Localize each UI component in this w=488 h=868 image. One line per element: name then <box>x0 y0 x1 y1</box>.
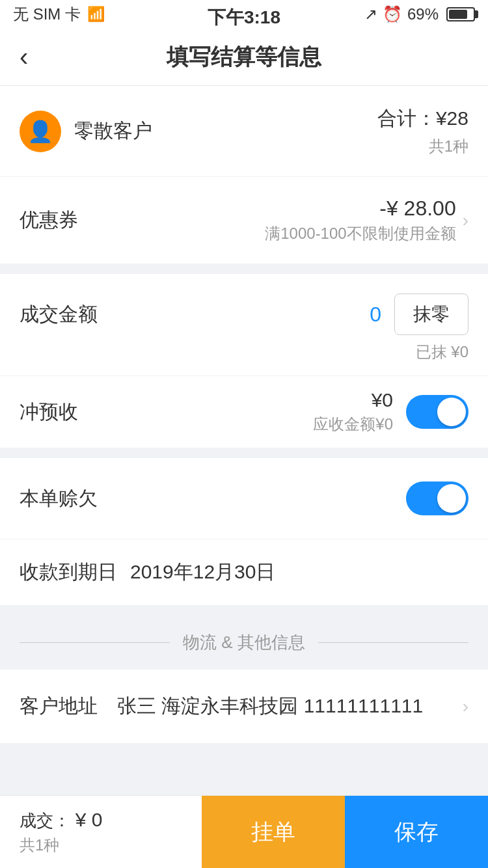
prereceive-amounts: ¥0 应收金额¥0 <box>313 389 393 435</box>
battery-icon <box>446 7 475 21</box>
divider-2 <box>0 448 488 458</box>
customer-right: 合计：¥28 共1种 <box>377 105 468 157</box>
status-bar: 无 SIM 卡 📶 下午3:18 ↗ ⏰ 69% <box>0 0 488 29</box>
prereceive-sub-label: 应收金额¥0 <box>313 414 393 435</box>
deal-amount-value: 0 <box>370 303 381 327</box>
address-value: 张三 海淀永丰科技园 11111111111 <box>117 693 463 720</box>
total-count: 共1种 <box>377 136 468 157</box>
duedate-label: 收款到期日 <box>20 559 117 586</box>
save-button[interactable]: 保存 <box>345 796 488 869</box>
status-left: 无 SIM 卡 📶 <box>13 4 105 25</box>
customer-row: 👤 零散客户 合计：¥28 共1种 <box>0 86 488 176</box>
customer-section: 👤 零散客户 合计：¥28 共1种 优惠券 -¥ 28.00 满1000-100… <box>0 86 488 264</box>
debt-section: 本单赊欠 收款到期日 2019年12月30日 <box>0 458 488 605</box>
deal-amount-label: 成交金额 <box>20 301 98 328</box>
hang-button[interactable]: 挂单 <box>202 796 345 869</box>
nav-bar: ‹ 填写结算等信息 <box>0 29 488 86</box>
wifi-icon: 📶 <box>87 6 105 23</box>
bottom-bar: 成交： ¥ 0 共1种 挂单 保存 <box>0 795 488 868</box>
round-button[interactable]: 抹零 <box>394 293 468 335</box>
duedate-row[interactable]: 收款到期日 2019年12月30日 <box>0 539 488 605</box>
customer-left: 👤 零散客户 <box>20 111 152 152</box>
page-title: 填写结算等信息 <box>167 42 321 72</box>
debt-toggle[interactable] <box>406 481 468 515</box>
deal-sub-label: 已抹 ¥0 <box>0 342 488 375</box>
logistics-line-left <box>20 642 170 643</box>
status-time: 下午3:18 <box>208 5 280 30</box>
address-section: 客户地址 张三 海淀永丰科技园 11111111111 › <box>0 670 488 743</box>
address-row[interactable]: 客户地址 张三 海淀永丰科技园 11111111111 › <box>0 670 488 743</box>
address-label: 客户地址 <box>20 693 98 720</box>
prereceive-label: 冲预收 <box>20 399 78 426</box>
content: 👤 零散客户 合计：¥28 共1种 优惠券 -¥ 28.00 满1000-100… <box>0 86 488 832</box>
customer-name: 零散客户 <box>74 118 152 144</box>
divider-4 <box>0 743 488 753</box>
prereceive-right: ¥0 应收金额¥0 <box>313 389 468 435</box>
bottom-deal-count: 共1种 <box>20 835 182 856</box>
coupon-content: -¥ 28.00 满1000-100不限制使用金额 <box>265 197 455 244</box>
logistics-label: 物流 & 其他信息 <box>183 631 305 654</box>
total-amount: 合计：¥28 <box>377 105 468 132</box>
coupon-right: -¥ 28.00 满1000-100不限制使用金额 › <box>265 197 468 244</box>
coupon-label: 优惠券 <box>20 207 78 234</box>
coupon-row[interactable]: 优惠券 -¥ 28.00 满1000-100不限制使用金额 › <box>0 176 488 264</box>
bottom-deal-label: 成交： <box>20 811 70 830</box>
status-right: ↗ ⏰ 69% <box>364 5 475 23</box>
hang-button-label: 挂单 <box>251 817 295 847</box>
prereceive-main-amount: ¥0 <box>313 389 393 411</box>
avatar: 👤 <box>20 111 61 152</box>
carrier-text: 无 SIM 卡 <box>13 4 81 25</box>
bottom-deal-row: 成交： ¥ 0 <box>20 809 182 832</box>
chevron-right-icon: › <box>463 210 468 231</box>
coupon-desc: 满1000-100不限制使用金额 <box>265 223 455 244</box>
prereceive-toggle[interactable] <box>406 395 468 429</box>
toggle-knob <box>437 398 466 426</box>
save-button-label: 保存 <box>394 817 439 847</box>
debt-label: 本单赊欠 <box>20 485 98 512</box>
alarm-icon: ⏰ <box>383 5 402 23</box>
battery-fill <box>449 10 467 19</box>
coupon-discount: -¥ 28.00 <box>265 197 455 221</box>
address-chevron-icon: › <box>463 696 468 717</box>
debt-row: 本单赊欠 <box>0 458 488 539</box>
bottom-deal-amount: ¥ 0 <box>75 809 103 830</box>
logistics-line-right <box>318 642 468 643</box>
back-button[interactable]: ‹ <box>20 36 41 78</box>
duedate-value: 2019年12月30日 <box>130 559 275 586</box>
prereceive-row: 冲预收 ¥0 应收金额¥0 <box>0 375 488 448</box>
location-icon: ↗ <box>364 5 377 23</box>
deal-amount-row: 成交金额 0 抹零 <box>0 274 488 342</box>
divider-1 <box>0 264 488 274</box>
divider-3 <box>0 605 488 616</box>
bottom-info: 成交： ¥ 0 共1种 <box>0 809 202 856</box>
debt-toggle-knob <box>437 484 466 513</box>
battery-percent: 69% <box>407 5 439 23</box>
deal-section: 成交金额 0 抹零 已抹 ¥0 冲预收 ¥0 应收金额¥0 <box>0 274 488 448</box>
deal-right: 0 抹零 <box>370 293 468 335</box>
logistics-header: 物流 & 其他信息 <box>0 616 488 670</box>
avatar-icon: 👤 <box>27 119 53 144</box>
